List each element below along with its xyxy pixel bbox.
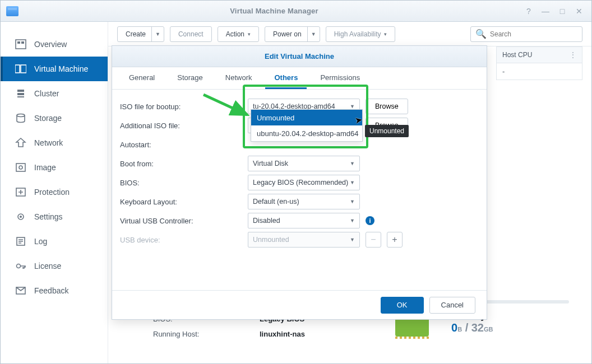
usbctrl-select[interactable]: Disabled ▼ [248, 213, 360, 228]
app-icon [6, 6, 18, 16]
usbdev-select-value: Unmounted [253, 236, 289, 244]
bios-select-value: Legacy BIOS (Recommended) [253, 179, 348, 186]
edit-vm-modal: Edit Virtual Machine General Storage Net… [112, 45, 487, 320]
bootfrom-select[interactable]: Virtual Disk ▼ [248, 156, 360, 171]
dropdown-option-ubuntu[interactable]: ubuntu-20.04.2-desktop-amd64 [251, 125, 362, 141]
help-icon[interactable]: ? [524, 7, 533, 16]
keyboard-select[interactable]: Default (en-us) ▼ [248, 194, 360, 209]
close-icon[interactable]: ✕ [575, 7, 584, 16]
autostart-label: Autostart: [120, 141, 248, 149]
bios-label: BIOS: [120, 179, 248, 187]
modal-footer: OK Cancel [112, 290, 487, 319]
iso-label: ISO file for bootup: [120, 102, 248, 111]
chevron-down-icon: ▼ [350, 161, 355, 166]
iso-browse-button[interactable]: Browse [366, 99, 408, 114]
chevron-down-icon: ▼ [350, 180, 355, 185]
keyboard-select-value: Default (en-us) [253, 198, 299, 206]
ok-button[interactable]: OK [381, 297, 424, 314]
tab-others[interactable]: Others [265, 68, 307, 89]
modal-tabs: General Storage Network Others Permissio… [112, 67, 487, 90]
keyboard-label: Keyboard Layout: [120, 198, 248, 206]
minimize-icon[interactable]: — [541, 7, 550, 16]
chevron-down-icon: ▼ [350, 199, 355, 204]
dropdown-option-unmounted[interactable]: Unmounted [251, 110, 362, 125]
usbdev-label: USB device: [120, 236, 248, 244]
maximize-icon[interactable]: □ [558, 7, 567, 16]
usb-remove-button: − [366, 232, 381, 248]
cancel-button[interactable]: Cancel [429, 297, 475, 314]
window-title: Virtual Machine Manager [24, 7, 524, 15]
bios-select[interactable]: Legacy BIOS (Recommended) ▼ [248, 175, 360, 190]
usbctrl-label: Virtual USB Controller: [120, 217, 248, 225]
tab-network[interactable]: Network [216, 68, 261, 89]
tab-permissions[interactable]: Permissions [311, 68, 369, 89]
bootfrom-select-value: Virtual Disk [253, 160, 288, 167]
usbdev-select: Unmounted ▼ [248, 232, 360, 248]
tooltip: Unmounted [365, 125, 409, 137]
usbctrl-select-value: Disabled [253, 217, 280, 225]
modal-title: Edit Virtual Machine [112, 46, 487, 67]
tab-general[interactable]: General [120, 68, 164, 89]
chevron-down-icon: ▼ [350, 237, 355, 242]
iso-dropdown: Unmounted ubuntu-20.04.2-desktop-amd64 [251, 109, 363, 142]
chevron-down-icon: ▼ [350, 218, 355, 223]
info-icon[interactable]: i [366, 216, 374, 225]
usb-add-button[interactable]: + [387, 232, 403, 248]
addiso-label: Additional ISO file: [120, 122, 248, 130]
titlebar: Virtual Machine Manager ? — □ ✕ [1, 1, 591, 22]
chevron-down-icon: ▼ [350, 104, 355, 109]
tab-storage[interactable]: Storage [168, 68, 212, 89]
bootfrom-label: Boot from: [120, 160, 248, 168]
